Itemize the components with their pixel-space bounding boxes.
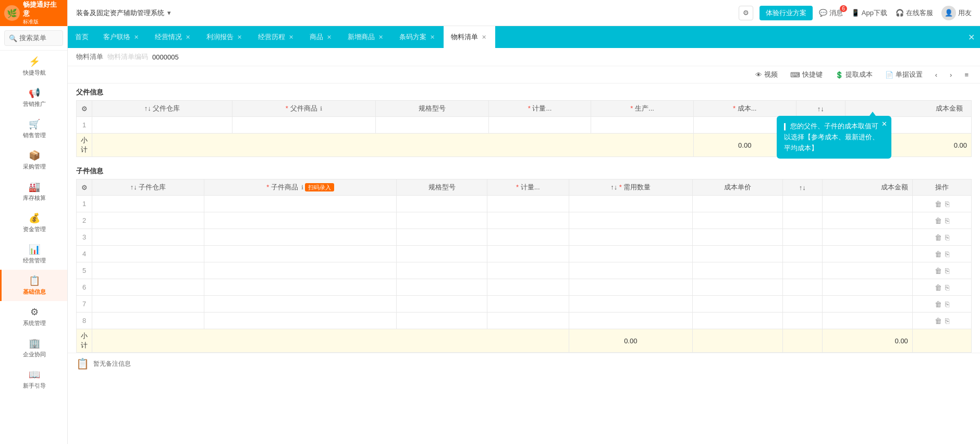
tab-barcode[interactable]: 条码方案 ✕: [392, 26, 444, 48]
shortcut-button[interactable]: ⌨ 快捷键: [787, 68, 826, 81]
cell-child-warehouse-4[interactable]: [92, 246, 204, 262]
sidebar-item-basic[interactable]: 📋 基础信息: [0, 270, 67, 301]
delete-icon[interactable]: 🗑: [935, 300, 942, 308]
cell-child-cost-price-6[interactable]: [692, 279, 782, 296]
cell-child-warehouse-8[interactable]: [92, 313, 204, 329]
tab-home[interactable]: 首页: [68, 26, 96, 48]
cell-child-quantity-1[interactable]: [569, 196, 692, 212]
setting-button[interactable]: 📄 单据设置: [882, 68, 926, 81]
cell-child-goods-3[interactable]: [204, 229, 397, 246]
user-menu-button[interactable]: 👤 用友: [941, 6, 972, 20]
tab-customer-close[interactable]: ✕: [132, 33, 140, 41]
online-service-button[interactable]: 🎧 在线客服: [896, 8, 933, 18]
cell-child-spec-5[interactable]: [397, 262, 487, 279]
cell-parent-unit[interactable]: [488, 117, 591, 134]
cell-child-warehouse-5[interactable]: [92, 262, 204, 279]
cell-parent-warehouse[interactable]: [92, 117, 232, 134]
cell-child-unit-1[interactable]: [487, 196, 569, 212]
tab-history[interactable]: 经营历程 ✕: [251, 26, 302, 48]
sidebar-item-system[interactable]: ⚙ 系统管理: [0, 301, 67, 332]
delete-icon[interactable]: 🗑: [935, 317, 942, 325]
cell-child-quantity-8[interactable]: [569, 313, 692, 329]
sidebar-item-sales[interactable]: 🛒 销售管理: [0, 113, 67, 145]
copy-icon[interactable]: ⎘: [945, 267, 949, 275]
sidebar-item-inventory[interactable]: 🏭 库存核算: [0, 176, 67, 207]
cell-child-unit-7[interactable]: [487, 296, 569, 313]
view-button[interactable]: 👁 视频: [752, 68, 781, 81]
cell-child-spec-4[interactable]: [397, 246, 487, 262]
cell-child-cost-price-1[interactable]: [692, 196, 782, 212]
cell-child-cost-price-7[interactable]: [692, 296, 782, 313]
cost-button[interactable]: 💲 提取成本: [832, 68, 876, 81]
delete-icon[interactable]: 🗑: [935, 200, 942, 208]
cell-child-spec-6[interactable]: [397, 279, 487, 296]
app-download-button[interactable]: 📱 App下载: [851, 8, 887, 18]
cell-child-quantity-2[interactable]: [569, 212, 692, 229]
cell-child-unit-8[interactable]: [487, 313, 569, 329]
cell-child-quantity-6[interactable]: [569, 279, 692, 296]
copy-icon[interactable]: ⎘: [945, 283, 949, 292]
next-button[interactable]: ›: [947, 69, 955, 80]
cell-child-goods-5[interactable]: [204, 262, 397, 279]
cell-child-goods-6[interactable]: [204, 279, 397, 296]
scan-input-button[interactable]: 扫码录入: [305, 183, 334, 191]
cell-child-quantity-4[interactable]: [569, 246, 692, 262]
sidebar-item-corp[interactable]: 🏢 企业协同: [0, 332, 67, 364]
cell-child-goods-8[interactable]: [204, 313, 397, 329]
tab-operation[interactable]: 经营情况 ✕: [148, 26, 199, 48]
search-menu-button[interactable]: 🔍 搜索菜单: [4, 30, 63, 46]
delete-icon[interactable]: 🗑: [935, 267, 942, 275]
tab-profit[interactable]: 利润报告 ✕: [199, 26, 251, 48]
cell-child-quantity-3[interactable]: [569, 229, 692, 246]
system-dropdown-arrow[interactable]: ▾: [167, 9, 171, 17]
sidebar-item-quick-nav[interactable]: ⚡ 快捷导航: [0, 51, 67, 82]
cell-child-quantity-5[interactable]: [569, 262, 692, 279]
cell-child-cost-price-5[interactable]: [692, 262, 782, 279]
copy-icon[interactable]: ⎘: [945, 317, 949, 325]
tab-operation-close[interactable]: ✕: [184, 33, 192, 41]
trial-button[interactable]: 体验行业方案: [760, 6, 813, 20]
cell-child-unit-5[interactable]: [487, 262, 569, 279]
copy-icon[interactable]: ⎘: [945, 300, 949, 308]
cell-child-unit-6[interactable]: [487, 279, 569, 296]
sidebar-item-marketing[interactable]: 📢 营销推广: [0, 82, 67, 113]
copy-icon[interactable]: ⎘: [945, 200, 949, 208]
delete-icon[interactable]: 🗑: [935, 233, 942, 242]
cell-child-warehouse-2[interactable]: [92, 212, 204, 229]
tab-barcode-close[interactable]: ✕: [428, 33, 436, 41]
cell-child-warehouse-7[interactable]: [92, 296, 204, 313]
tab-new-goods[interactable]: 新增商品 ✕: [340, 26, 392, 48]
sidebar-item-guide[interactable]: 📖 新手引导: [0, 364, 67, 395]
copy-icon[interactable]: ⎘: [945, 217, 949, 225]
cell-child-quantity-7[interactable]: [569, 296, 692, 313]
delete-icon[interactable]: 🗑: [935, 217, 942, 225]
cell-child-cost-price-3[interactable]: [692, 229, 782, 246]
cell-child-unit-4[interactable]: [487, 246, 569, 262]
cell-child-warehouse-1[interactable]: [92, 196, 204, 212]
prev-button[interactable]: ‹: [932, 69, 940, 80]
cell-child-goods-7[interactable]: [204, 296, 397, 313]
delete-icon[interactable]: 🗑: [935, 283, 942, 292]
cell-child-spec-1[interactable]: [397, 196, 487, 212]
tab-new-goods-close[interactable]: ✕: [377, 33, 385, 41]
close-all-tabs-button[interactable]: ✕: [963, 32, 980, 42]
copy-icon[interactable]: ⎘: [945, 233, 949, 242]
cell-child-goods-4[interactable]: [204, 246, 397, 262]
cell-child-goods-1[interactable]: [204, 196, 397, 212]
cell-child-cost-price-4[interactable]: [692, 246, 782, 262]
cell-child-cost-price-8[interactable]: [692, 313, 782, 329]
cell-parent-produce[interactable]: [591, 117, 694, 134]
cell-child-spec-3[interactable]: [397, 229, 487, 246]
cell-parent-goods[interactable]: [232, 117, 376, 134]
tooltip-close-button[interactable]: ✕: [881, 119, 887, 130]
tab-goods[interactable]: 商品 ✕: [302, 26, 340, 48]
cell-child-unit-3[interactable]: [487, 229, 569, 246]
delete-icon[interactable]: 🗑: [935, 250, 942, 258]
tab-bom[interactable]: 物料清单 ✕: [444, 26, 495, 48]
cell-child-spec-2[interactable]: [397, 212, 487, 229]
tab-goods-close[interactable]: ✕: [325, 33, 333, 41]
sidebar-item-purchase[interactable]: 📦 采购管理: [0, 145, 67, 176]
tab-profit-close[interactable]: ✕: [236, 33, 243, 41]
sidebar-item-ops[interactable]: 📊 经营管理: [0, 238, 67, 270]
cell-child-goods-2[interactable]: [204, 212, 397, 229]
